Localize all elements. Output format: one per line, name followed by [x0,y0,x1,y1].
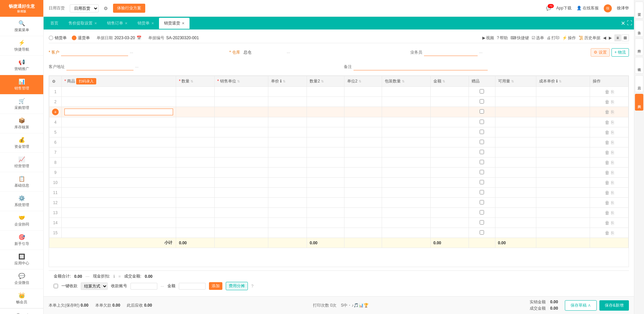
unit2-sort-icon[interactable]: ⇅ [359,79,361,83]
copy-row-btn-2[interactable]: ⎘ [611,99,614,105]
unit2-cell-14[interactable] [344,218,382,228]
pkg-cell-15[interactable] [382,228,431,238]
gift-checkbox-1[interactable] [480,89,484,93]
gift-cell-7[interactable] [469,147,495,158]
copy-row-btn-1[interactable]: ⎘ [611,89,614,95]
pkg-cell-8[interactable] [382,158,431,168]
sidebar-item-operation[interactable]: 📈 经营管理 [0,153,43,172]
sidebar-item-marketing[interactable]: 📢 营销推广 [0,56,43,75]
save-draft-btn[interactable]: 保存草稿 ∧ [565,300,597,311]
right-panel-remark[interactable]: 备注 [635,20,643,37]
product-cell-15[interactable] [62,228,176,238]
qty-cell-4[interactable] [176,117,214,127]
amount-cell-12[interactable] [430,198,469,208]
fee-split-btn[interactable]: 费用分摊 [226,282,248,290]
shortcut-tool[interactable]: ⌨ 快捷键 [511,35,529,41]
unit-cell-10[interactable] [214,178,268,188]
gift-checkbox-13[interactable] [480,210,484,214]
sidebar-settings-icon[interactable]: ⚙ [16,312,20,314]
price-cell-9[interactable] [268,168,307,178]
copy-row-btn-15[interactable]: ⎘ [611,230,614,236]
qty2-cell-4[interactable] [307,117,344,127]
price-cell-5[interactable] [268,127,307,137]
gift-cell-8[interactable] [469,158,495,168]
gear-icon[interactable]: ⚙ [104,6,108,11]
one-click-payment-checkbox[interactable] [54,284,58,288]
amount-cell-8[interactable] [430,158,469,168]
available-cell-14[interactable] [495,218,536,228]
username[interactable]: 徐泽华 [617,5,629,11]
amount-cell-5[interactable] [430,127,469,137]
sidebar-item-enterprise[interactable]: 🤝 企业协同 [0,211,43,231]
delete-row-btn-2[interactable]: 🗑 [605,99,609,105]
product-cell-2[interactable] [62,97,176,107]
pkg-cell-4[interactable] [382,117,431,127]
gift-checkbox-2[interactable] [480,99,484,104]
delete-row-btn-13[interactable]: 🗑 [605,210,609,215]
amount-cell-15[interactable] [430,228,469,238]
price-cell-14[interactable] [268,218,307,228]
gift-checkbox-12[interactable] [480,200,484,204]
sidebar-item-purchase[interactable]: 🛒 采购管理 [0,95,43,114]
cost-cell-14[interactable] [536,218,590,228]
qty2-cell-1[interactable] [307,87,344,97]
unit2-cell-7[interactable] [344,147,382,158]
qty-cell-15[interactable] [176,228,214,238]
amount-cell-7[interactable] [430,147,469,158]
qty-cell-5[interactable] [176,127,214,137]
avail-sort-icon[interactable]: ⇅ [511,79,514,83]
unit-cell-8[interactable] [214,158,268,168]
account-dots[interactable]: ··· [161,284,164,289]
gift-cell-2[interactable] [469,97,495,107]
cost-cell-3[interactable] [536,107,590,117]
address-dots[interactable]: ··· [135,65,139,69]
tab-sales-order[interactable]: 销售订单 ✕ [102,18,132,29]
product-cell-10[interactable] [62,178,176,188]
product-cell-3[interactable] [62,107,176,117]
amount-input[interactable] [179,283,206,290]
sidebar-item-search[interactable]: 🔍 搜索菜单 [0,17,43,36]
address-input[interactable] [66,63,133,70]
amount-cell-4[interactable] [430,117,469,127]
cost-sort-icon[interactable]: ⇅ [559,79,561,83]
unit-cell-12[interactable] [214,198,268,208]
delete-row-btn-14[interactable]: 🗑 [605,220,609,226]
unit-cell-11[interactable] [214,188,268,198]
delete-row-btn-7[interactable]: 🗑 [605,150,609,155]
product-cell-1[interactable] [62,87,176,97]
unit-cell-13[interactable] [214,208,268,218]
sidebar-item-guide[interactable]: 🎯 新手引导 [0,231,43,250]
gift-cell-13[interactable] [469,208,495,218]
scan-input-btn[interactable]: 扫码录入 [76,78,96,84]
product-cell-4[interactable] [62,117,176,127]
unit2-cell-8[interactable] [344,158,382,168]
sidebar-item-wechat[interactable]: 💬 企业微信 [0,269,43,289]
unit2-cell-4[interactable] [344,117,382,127]
unit-cell-1[interactable] [214,87,268,97]
sidebar-item-inventory[interactable]: 📦 库存核算 [0,114,43,133]
gift-checkbox-5[interactable] [480,130,484,134]
available-cell-7[interactable] [495,147,536,158]
delete-row-btn-4[interactable]: 🗑 [605,120,609,125]
prev-record[interactable]: ◀ [603,36,606,40]
right-panel-attachment[interactable]: 附件 [635,39,643,55]
tab-close-all[interactable]: ✕ [621,20,625,26]
operate-tool[interactable]: ⚡ 操作 [562,35,576,41]
available-cell-5[interactable] [495,127,536,137]
price-cell-7[interactable] [268,147,307,158]
pkg-cell-3[interactable] [382,107,431,117]
radio-delivery[interactable]: 销货单 [49,35,67,41]
delete-row-btn-15[interactable]: 🗑 [605,230,609,236]
tab-close-sales-delivery[interactable]: ✕ [151,21,154,25]
qty-cell-3[interactable] [176,107,214,117]
gift-cell-12[interactable] [469,198,495,208]
qty2-cell-5[interactable] [307,127,344,137]
unit2-cell-15[interactable] [344,228,382,238]
unit2-cell-13[interactable] [344,208,382,218]
cost-cell-1[interactable] [536,87,590,97]
pkg-cell-5[interactable] [382,127,431,137]
price-cell-11[interactable] [268,188,307,198]
delete-row-btn-6[interactable]: 🗑 [605,140,609,145]
price-cell-10[interactable] [268,178,307,188]
product-cell-14[interactable] [62,218,176,228]
